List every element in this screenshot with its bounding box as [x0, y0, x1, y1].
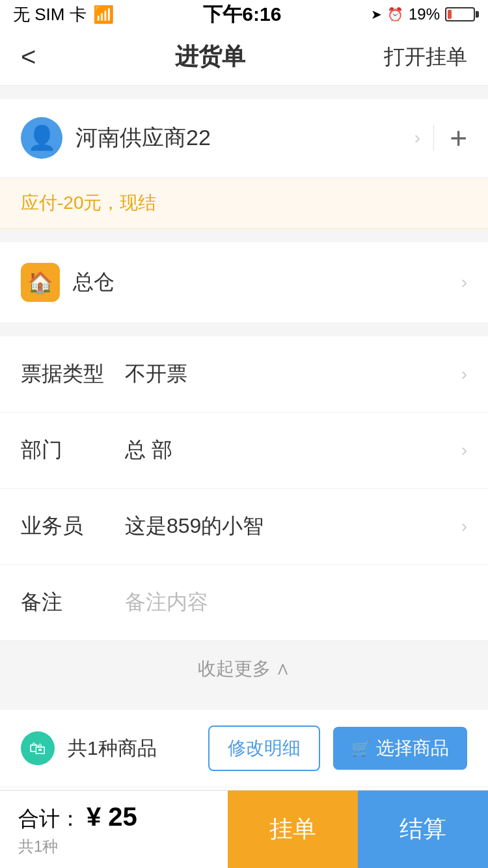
department-value: 总 部 — [112, 436, 461, 465]
hang-button[interactable]: 挂单 — [228, 791, 358, 868]
salesperson-chevron-icon: › — [461, 516, 467, 537]
warehouse-section: 🏠 总仓 › — [0, 242, 488, 323]
invoice-type-row[interactable]: 票据类型 不开票 › — [0, 336, 488, 413]
warehouse-label: 总仓 — [73, 268, 461, 297]
avatar: 👤 — [21, 117, 62, 159]
salesperson-value: 这是859的小智 — [112, 512, 461, 541]
select-product-button[interactable]: 🛒 选择商品 — [333, 727, 467, 770]
footer-count: 共1种 — [18, 836, 210, 857]
battery-icon — [445, 7, 475, 21]
chevron-right-icon: › — [414, 128, 420, 148]
footer-bar: 合计： ¥ 25 共1种 挂单 结算 — [0, 790, 488, 868]
alarm-icon: ⏰ — [387, 7, 403, 22]
status-left: 无 SIM 卡 📶 — [13, 3, 114, 26]
status-time: 下午6:16 — [203, 1, 281, 28]
product-count-text: 共1种商品 — [68, 735, 195, 762]
add-button[interactable]: + — [450, 123, 467, 153]
salesperson-label: 业务员 — [21, 512, 112, 541]
department-label: 部门 — [21, 436, 112, 465]
divider — [433, 125, 434, 151]
status-bar: 无 SIM 卡 📶 下午6:16 ➤ ⏰ 19% — [0, 0, 488, 29]
supplier-row[interactable]: 👤 河南供应商22 › + — [0, 99, 488, 178]
open-hang-button[interactable]: 打开挂单 — [384, 43, 467, 72]
nav-bar: < 进货单 打开挂单 — [0, 29, 488, 86]
total-amount: ¥ 25 — [87, 802, 137, 831]
gap-1 — [0, 86, 488, 99]
bag-icon: 🛍 — [29, 739, 46, 759]
select-product-label: 选择商品 — [376, 736, 449, 761]
remark-input[interactable]: 备注内容 — [112, 588, 467, 617]
status-right: ➤ ⏰ 19% — [371, 5, 475, 23]
supplier-section: 👤 河南供应商22 › + 应付-20元，现结 — [0, 99, 488, 229]
warehouse-row[interactable]: 🏠 总仓 › — [0, 242, 488, 323]
gap-2 — [0, 229, 488, 242]
product-header: 🛍 共1种商品 修改明细 🛒 选择商品 — [0, 710, 488, 787]
wifi-icon: 📶 — [93, 5, 114, 25]
back-button[interactable]: < — [21, 42, 36, 72]
form-section: 票据类型 不开票 › 部门 总 部 › 业务员 这是859的小智 › 备注 备注… — [0, 336, 488, 641]
invoice-type-label: 票据类型 — [21, 360, 112, 388]
department-chevron-icon: › — [461, 440, 467, 461]
gap-3 — [0, 323, 488, 336]
department-row[interactable]: 部门 总 部 › — [0, 413, 488, 489]
notice-bar: 应付-20元，现结 — [0, 178, 488, 229]
salesperson-row[interactable]: 业务员 这是859的小智 › — [0, 489, 488, 565]
invoice-chevron-icon: › — [461, 364, 467, 385]
location-icon: ➤ — [371, 7, 382, 22]
gap-4 — [0, 697, 488, 710]
invoice-type-value: 不开票 — [112, 360, 461, 388]
person-icon: 👤 — [27, 124, 57, 152]
edit-detail-button[interactable]: 修改明细 — [208, 726, 320, 771]
battery-percent: 19% — [409, 5, 440, 23]
footer-total-row: 合计： ¥ 25 — [18, 802, 210, 834]
warehouse-chevron-icon: › — [461, 272, 467, 293]
total-label: 合计： — [18, 807, 81, 830]
remark-label: 备注 — [21, 588, 112, 617]
supplier-name: 河南供应商22 — [75, 123, 414, 153]
cart-icon: 🛒 — [351, 739, 371, 757]
footer-summary: 合计： ¥ 25 共1种 — [0, 791, 228, 868]
warehouse-icon: 🏠 — [21, 263, 60, 302]
carrier-label: 无 SIM 卡 — [13, 3, 87, 26]
product-icon: 🛍 — [21, 731, 55, 765]
page-title: 进货单 — [175, 41, 245, 73]
remark-row[interactable]: 备注 备注内容 — [0, 565, 488, 641]
collapse-bar[interactable]: 收起更多 ∧ — [0, 641, 488, 697]
settle-button[interactable]: 结算 — [358, 791, 488, 868]
